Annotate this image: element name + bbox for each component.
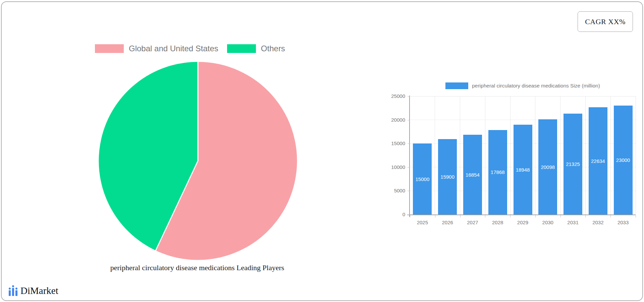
x-axis-category-label: 2030 xyxy=(535,220,560,225)
y-axis-tick-label: 10000 xyxy=(378,164,405,170)
x-axis-category-label: 2026 xyxy=(435,220,460,225)
bar-2033: 23000 xyxy=(614,106,633,215)
x-axis-tick xyxy=(435,215,435,218)
gridline-v-8 xyxy=(610,96,611,215)
x-axis-tick xyxy=(510,215,511,218)
bar-2026: 15900 xyxy=(438,139,457,215)
x-axis-category-label: 2028 xyxy=(485,220,510,225)
gridline-v-2 xyxy=(460,96,460,215)
x-axis-tick xyxy=(560,215,561,218)
bar-2027: 16854 xyxy=(463,135,482,215)
y-axis-tick-label: 20000 xyxy=(378,117,405,123)
gridline-v-3 xyxy=(485,96,485,215)
bar-2025: 15000 xyxy=(413,143,432,215)
gridline-v-9 xyxy=(636,96,636,215)
x-axis-category-label: 2027 xyxy=(460,220,485,225)
x-axis-tick xyxy=(610,215,611,218)
bar-value-label: 17868 xyxy=(491,169,505,175)
y-axis-tick xyxy=(408,215,410,215)
x-axis-category-label: 2032 xyxy=(586,220,610,225)
x-axis-tick xyxy=(636,215,636,218)
gridline-v-5 xyxy=(535,96,535,215)
bar-value-label: 21325 xyxy=(566,161,580,167)
pie-legend-item-others[interactable]: Others xyxy=(227,44,285,53)
bar-value-label: 18948 xyxy=(516,167,530,173)
bar-value-label: 15000 xyxy=(416,176,430,182)
x-axis-category-label: 2031 xyxy=(560,220,585,225)
pie-legend-swatch-global xyxy=(95,44,124,53)
bar-2028: 17868 xyxy=(488,130,507,215)
pie-chart-title: peripheral circulatory disease medicatio… xyxy=(80,263,315,272)
pie-chart xyxy=(97,60,299,261)
gridline-v-4 xyxy=(510,96,511,215)
bar-value-label: 16854 xyxy=(466,172,480,178)
gridline-v-7 xyxy=(585,96,586,215)
bar-2031: 21325 xyxy=(564,114,582,215)
bar-2029: 18948 xyxy=(514,125,532,215)
cagr-badge: CAGR XX% xyxy=(578,11,633,32)
pie-legend-label-others: Others xyxy=(261,44,285,53)
y-axis-tick-label: 15000 xyxy=(378,140,405,146)
y-axis-tick xyxy=(408,167,410,168)
gridline-v-1 xyxy=(435,96,435,215)
pie-legend-label-global: Global and United States xyxy=(129,44,218,53)
y-axis-tick xyxy=(408,96,410,97)
y-axis-tick-label: 0 xyxy=(378,212,405,217)
bar-value-label: 20098 xyxy=(541,164,555,170)
bar-value-label: 23000 xyxy=(616,157,630,163)
bar-chart-plot-area: 1500015900168541786818948200982132522634… xyxy=(410,96,636,215)
brand-logo: DiMarket xyxy=(8,285,58,297)
x-axis-tick xyxy=(585,215,586,218)
bar-2030: 20098 xyxy=(538,119,557,215)
bar-chart-x-axis xyxy=(407,215,636,215)
pie-legend: Global and United States Others xyxy=(95,43,285,54)
y-axis-tick xyxy=(408,120,410,120)
gridline-h-25000 xyxy=(410,96,636,97)
logo-bar-chart-icon xyxy=(8,285,18,297)
logo-text: DiMarket xyxy=(20,285,58,296)
pie-legend-swatch-others xyxy=(227,44,256,53)
bar-legend-swatch xyxy=(445,82,468,89)
y-axis-tick xyxy=(408,143,410,144)
x-axis-category-label: 2029 xyxy=(511,220,535,225)
x-axis-tick xyxy=(410,215,410,218)
x-axis-tick xyxy=(485,215,485,218)
bar-legend[interactable]: peripheral circulatory disease medicatio… xyxy=(410,82,636,89)
x-axis-category-label: 2025 xyxy=(410,220,435,225)
bar-2032: 22634 xyxy=(589,107,607,215)
y-axis-tick-label: 5000 xyxy=(378,188,405,193)
x-axis-tick xyxy=(460,215,461,218)
pie-legend-item-global[interactable]: Global and United States xyxy=(95,44,218,53)
cagr-label: CAGR XX% xyxy=(585,17,626,26)
y-axis-tick-label: 25000 xyxy=(378,93,405,99)
y-axis-tick xyxy=(408,191,410,191)
bar-value-label: 22634 xyxy=(591,158,605,164)
x-axis-category-label: 2033 xyxy=(611,220,636,225)
gridline-v-6 xyxy=(560,96,560,215)
x-axis-tick xyxy=(535,215,536,218)
bar-value-label: 15900 xyxy=(440,174,454,180)
bar-legend-label: peripheral circulatory disease medicatio… xyxy=(472,83,600,89)
report-canvas: CAGR XX% Global and United States Others… xyxy=(0,0,644,302)
